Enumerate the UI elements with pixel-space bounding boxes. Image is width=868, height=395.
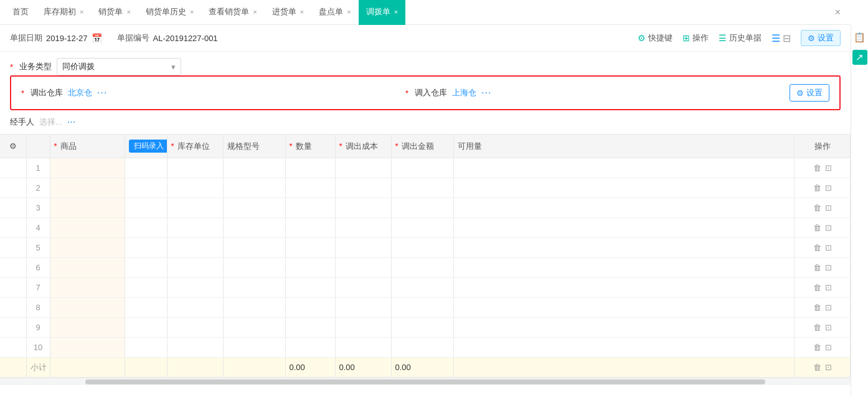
- row-spec[interactable]: [223, 158, 285, 178]
- row-amount[interactable]: 0.00: [391, 358, 453, 378]
- row-spec[interactable]: [223, 218, 285, 238]
- row-unit[interactable]: [167, 318, 223, 338]
- row-product[interactable]: [50, 358, 125, 378]
- copy-row-icon[interactable]: ⊡: [825, 183, 832, 193]
- tab-close-view-sales[interactable]: ×: [253, 8, 257, 16]
- row-cost[interactable]: [335, 178, 391, 198]
- row-unit[interactable]: [167, 218, 223, 238]
- shortcuts-btn[interactable]: ⚙ 快捷键: [638, 32, 672, 44]
- row-qty[interactable]: [285, 338, 335, 358]
- row-cost[interactable]: [335, 238, 391, 258]
- tab-home[interactable]: 首页: [5, 0, 36, 25]
- tab-purchase-order[interactable]: 进货单 ×: [265, 0, 311, 25]
- row-amount[interactable]: [391, 298, 453, 318]
- sidebar-expand-icon[interactable]: ↗: [852, 50, 867, 65]
- row-unit[interactable]: [167, 298, 223, 318]
- row-spec[interactable]: [223, 278, 285, 298]
- row-qty[interactable]: [285, 298, 335, 318]
- row-cost[interactable]: [335, 218, 391, 238]
- row-cost[interactable]: 0.00: [335, 358, 391, 378]
- tab-close-sales-order[interactable]: ×: [126, 8, 130, 16]
- delete-row-icon[interactable]: 🗑: [813, 243, 821, 252]
- row-unit[interactable]: [167, 338, 223, 358]
- in-warehouse-value[interactable]: 上海仓: [452, 87, 476, 98]
- business-type-select[interactable]: 同价调拨 ▾: [57, 58, 181, 75]
- row-unit[interactable]: [167, 158, 223, 178]
- scan-btn[interactable]: 扫码录入: [129, 140, 167, 153]
- row-product[interactable]: [50, 318, 125, 338]
- copy-row-icon[interactable]: ⊡: [825, 203, 832, 212]
- row-amount[interactable]: [391, 218, 453, 238]
- row-product[interactable]: [50, 178, 125, 198]
- copy-row-icon[interactable]: ⊡: [825, 343, 832, 352]
- row-product[interactable]: [50, 258, 125, 278]
- copy-row-icon[interactable]: ⊡: [825, 323, 832, 332]
- row-qty[interactable]: [285, 278, 335, 298]
- horizontal-scrollbar[interactable]: [0, 378, 851, 385]
- row-unit[interactable]: [167, 258, 223, 278]
- delete-row-icon[interactable]: 🗑: [813, 343, 821, 352]
- delete-row-icon[interactable]: 🗑: [813, 183, 821, 193]
- row-product[interactable]: [50, 298, 125, 318]
- row-spec[interactable]: [223, 238, 285, 258]
- row-qty[interactable]: [285, 238, 335, 258]
- row-product[interactable]: [50, 158, 125, 178]
- copy-row-icon[interactable]: ⊡: [825, 243, 832, 252]
- grid-view-btn[interactable]: ⊟: [783, 32, 791, 44]
- row-cost[interactable]: [335, 278, 391, 298]
- out-warehouse-more-icon[interactable]: ···: [97, 87, 107, 98]
- tab-close-purchase-order[interactable]: ×: [300, 8, 304, 16]
- row-unit[interactable]: [167, 178, 223, 198]
- row-product[interactable]: [50, 198, 125, 218]
- delete-row-icon[interactable]: 🗑: [813, 323, 821, 332]
- tab-close-inventory-init[interactable]: ×: [80, 8, 83, 16]
- tab-transfer-order[interactable]: 调拨单 ×: [359, 0, 405, 25]
- row-product[interactable]: [50, 338, 125, 358]
- tab-inventory-init[interactable]: 库存期初 ×: [36, 0, 91, 25]
- row-amount[interactable]: [391, 238, 453, 258]
- row-cost[interactable]: [335, 158, 391, 178]
- row-product[interactable]: [50, 218, 125, 238]
- tab-inventory-check[interactable]: 盘点单 ×: [311, 0, 358, 25]
- tab-close-sales-history[interactable]: ×: [190, 8, 194, 16]
- tab-sales-history[interactable]: 销货单历史 ×: [138, 0, 201, 25]
- row-cost[interactable]: [335, 298, 391, 318]
- in-warehouse-more-icon[interactable]: ···: [481, 87, 491, 98]
- tab-view-sales[interactable]: 查看销货单 ×: [201, 0, 264, 25]
- copy-row-icon[interactable]: ⊡: [825, 163, 832, 173]
- list-view-btn[interactable]: ☰: [771, 32, 780, 44]
- row-qty[interactable]: [285, 198, 335, 218]
- row-amount[interactable]: [391, 178, 453, 198]
- row-spec[interactable]: [223, 198, 285, 218]
- row-unit[interactable]: [167, 198, 223, 218]
- tab-sales-order[interactable]: 销货单 ×: [91, 0, 138, 25]
- row-spec[interactable]: [223, 178, 285, 198]
- person-more-icon[interactable]: ···: [67, 117, 75, 128]
- delete-row-icon[interactable]: 🗑: [813, 303, 821, 312]
- calendar-icon[interactable]: 📅: [92, 33, 102, 43]
- row-spec[interactable]: [223, 338, 285, 358]
- row-spec[interactable]: [223, 318, 285, 338]
- row-amount[interactable]: [391, 158, 453, 178]
- row-qty[interactable]: [285, 178, 335, 198]
- history-btn[interactable]: ☰ 历史单据: [719, 32, 762, 44]
- row-cost[interactable]: [335, 198, 391, 218]
- delete-row-icon[interactable]: 🗑: [813, 363, 821, 372]
- row-product[interactable]: [50, 238, 125, 258]
- delete-row-icon[interactable]: 🗑: [813, 163, 821, 173]
- out-warehouse-value[interactable]: 北京仓: [68, 87, 92, 98]
- row-amount[interactable]: [391, 198, 453, 218]
- row-spec[interactable]: [223, 298, 285, 318]
- copy-row-icon[interactable]: ⊡: [825, 363, 832, 372]
- person-input[interactable]: 选择...: [39, 117, 62, 128]
- settings-btn[interactable]: ⚙ 设置: [801, 30, 841, 46]
- row-qty[interactable]: [285, 258, 335, 278]
- row-qty[interactable]: 0.00: [285, 358, 335, 378]
- sidebar-note-icon[interactable]: 📋: [852, 30, 867, 45]
- row-spec[interactable]: [223, 258, 285, 278]
- warehouse-settings-btn[interactable]: ⚙ 设置: [790, 84, 829, 102]
- row-product[interactable]: [50, 278, 125, 298]
- copy-row-icon[interactable]: ⊡: [825, 223, 832, 232]
- row-amount[interactable]: [391, 278, 453, 298]
- row-amount[interactable]: [391, 318, 453, 338]
